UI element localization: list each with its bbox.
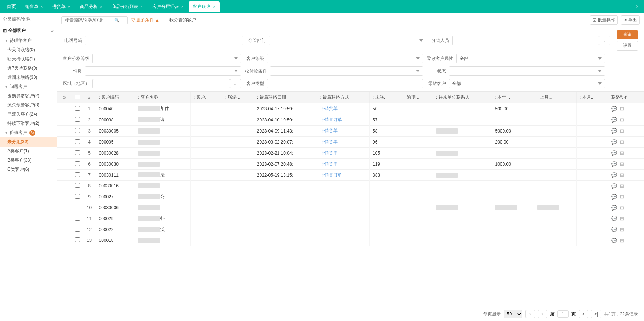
filter-dept-select[interactable] bbox=[269, 36, 427, 45]
tab-customer-tier[interactable]: 客户分层经营 × bbox=[148, 1, 188, 12]
message-icon[interactable]: 💬 bbox=[611, 183, 617, 189]
filter-manager-input[interactable] bbox=[452, 36, 599, 45]
row-checkbox[interactable] bbox=[75, 216, 80, 221]
filter-price-level-select[interactable] bbox=[92, 54, 241, 63]
last-method-link[interactable]: 下销货单 bbox=[320, 161, 338, 166]
row-checkbox[interactable] bbox=[75, 183, 80, 188]
sidebar-group-value[interactable]: ▼ 价值客户 ↻ bbox=[0, 128, 57, 137]
tab-purchase[interactable]: 进货单 × bbox=[48, 1, 74, 12]
tab-analysis-list[interactable]: 商品分析列表 × bbox=[107, 1, 147, 12]
query-button[interactable]: 查询 bbox=[617, 30, 638, 39]
message-icon[interactable]: 💬 bbox=[611, 106, 617, 112]
sidebar-group-problem[interactable]: ▼ 问题客户 bbox=[0, 82, 57, 91]
last-method-link[interactable]: 下销售订单 bbox=[320, 117, 342, 122]
message-icon[interactable]: 💬 bbox=[611, 128, 617, 134]
message-icon[interactable]: 💬 bbox=[611, 150, 617, 156]
grid-action-icon[interactable]: ⊞ bbox=[620, 172, 624, 178]
sidebar-item-overdue[interactable]: 逾期未联络(30) bbox=[0, 73, 57, 82]
tab-purchase-close[interactable]: × bbox=[68, 4, 70, 9]
last-method-link[interactable]: 下销货单 bbox=[320, 106, 338, 111]
row-checkbox[interactable] bbox=[75, 150, 80, 155]
grid-action-icon[interactable]: ⊞ bbox=[620, 216, 624, 221]
filter-manager-more-btn[interactable]: … bbox=[599, 36, 610, 45]
row-checkbox[interactable] bbox=[75, 106, 80, 111]
row-checkbox[interactable] bbox=[75, 194, 80, 199]
message-icon[interactable]: 💬 bbox=[611, 139, 617, 145]
sidebar-all-customers[interactable]: ⊞ 全部客户 « bbox=[0, 25, 57, 36]
more-conditions-btn[interactable]: ▽ 更多条件 ▲ bbox=[131, 17, 159, 23]
sidebar-item-week[interactable]: 近7天待联络(0) bbox=[0, 64, 57, 73]
last-method-link[interactable]: 下销售订单 bbox=[320, 172, 342, 177]
sidebar-item-class-a[interactable]: A类客户(1) bbox=[0, 147, 57, 156]
message-icon[interactable]: 💬 bbox=[611, 216, 617, 221]
sidebar-item-class-b[interactable]: B类客户(33) bbox=[0, 156, 57, 165]
last-method-link[interactable]: 下销货单 bbox=[320, 150, 338, 155]
tab-analysis-close[interactable]: × bbox=[100, 4, 102, 9]
filter-region-more-btn[interactable]: … bbox=[230, 79, 241, 88]
last-method-link[interactable]: 下销货单 bbox=[320, 128, 338, 133]
grid-action-icon[interactable]: ⊞ bbox=[620, 194, 624, 200]
row-checkbox[interactable] bbox=[75, 117, 80, 122]
tab-customer-contact[interactable]: 客户联络 × bbox=[189, 1, 219, 12]
message-icon[interactable]: 💬 bbox=[611, 172, 617, 178]
grid-action-icon[interactable]: ⊞ bbox=[620, 183, 624, 189]
sidebar-item-declining[interactable]: 持续下滑客户(2) bbox=[0, 119, 57, 128]
grid-action-icon[interactable]: ⊞ bbox=[620, 139, 624, 145]
sidebar-item-class-c[interactable]: C类客户(6) bbox=[0, 165, 57, 174]
row-checkbox[interactable] bbox=[75, 227, 80, 232]
row-checkbox[interactable] bbox=[75, 237, 80, 242]
first-page-button[interactable]: K bbox=[525, 310, 535, 318]
tab-sales-close[interactable]: × bbox=[41, 4, 43, 9]
grid-action-icon[interactable]: ⊞ bbox=[620, 106, 624, 112]
filter-retail-select[interactable]: 全部 bbox=[449, 79, 605, 88]
sidebar-search-input[interactable] bbox=[3, 17, 57, 22]
message-icon[interactable]: 💬 bbox=[611, 161, 617, 167]
home-tab[interactable]: 首页 bbox=[3, 3, 20, 10]
batch-op-button[interactable]: ☑ 批量操作 bbox=[590, 15, 618, 25]
filter-phone-input[interactable] bbox=[85, 36, 243, 45]
message-icon[interactable]: 💬 bbox=[611, 205, 617, 211]
collapse-icon[interactable]: « bbox=[51, 28, 54, 34]
row-checkbox[interactable] bbox=[75, 128, 80, 133]
row-checkbox[interactable] bbox=[75, 205, 80, 209]
message-icon[interactable]: 💬 bbox=[611, 227, 617, 232]
my-customers-checkbox[interactable] bbox=[163, 18, 168, 22]
filter-customer-level-select[interactable] bbox=[267, 54, 423, 63]
tab-analysis[interactable]: 商品分析 × bbox=[75, 1, 106, 12]
message-icon[interactable]: 💬 bbox=[611, 194, 617, 200]
filter-nature-select[interactable] bbox=[85, 66, 241, 76]
tab-sales[interactable]: 销售单 × bbox=[21, 1, 47, 12]
filter-retail-attr-select[interactable]: 全部 bbox=[456, 54, 605, 63]
next-page-button[interactable]: > bbox=[579, 310, 588, 318]
gear-icon[interactable]: ⚙ bbox=[62, 95, 66, 100]
sidebar-item-abnormal[interactable]: 囤购异常客户(2) bbox=[0, 91, 57, 100]
page-number-input[interactable] bbox=[557, 310, 569, 318]
message-icon[interactable]: 💬 bbox=[611, 238, 617, 243]
reset-button[interactable]: 设置 bbox=[617, 41, 638, 51]
sidebar-item-churning[interactable]: 流失预警客户(3) bbox=[0, 100, 57, 110]
grid-action-icon[interactable]: ⊞ bbox=[620, 238, 624, 243]
close-all-button[interactable]: × bbox=[633, 3, 641, 10]
sidebar-item-tomorrow[interactable]: 明天待联络(1) bbox=[0, 54, 57, 64]
select-all-checkbox[interactable] bbox=[75, 95, 80, 99]
row-checkbox[interactable] bbox=[75, 172, 80, 177]
message-icon[interactable]: 💬 bbox=[611, 117, 617, 123]
refresh-icon[interactable]: ↻ bbox=[29, 130, 35, 136]
sidebar-item-today[interactable]: 今天待联络(0) bbox=[0, 45, 57, 54]
page-size-select[interactable]: 50 100 200 bbox=[504, 310, 522, 318]
prev-page-button[interactable]: < bbox=[538, 310, 547, 318]
grid-action-icon[interactable]: ⊞ bbox=[620, 117, 624, 123]
filter-payment-select[interactable] bbox=[270, 66, 423, 76]
row-checkbox[interactable] bbox=[75, 161, 80, 166]
row-checkbox[interactable] bbox=[75, 139, 80, 144]
grid-action-icon[interactable]: ⊞ bbox=[620, 128, 624, 134]
grid-action-icon[interactable]: ⊞ bbox=[620, 161, 624, 167]
last-method-link[interactable]: 下销货单 bbox=[320, 139, 338, 144]
export-button[interactable]: ↗ 导出 bbox=[621, 15, 640, 25]
sidebar-group-pending[interactable]: ▼ 待联络客户 bbox=[0, 36, 57, 45]
last-page-button[interactable]: >| bbox=[591, 310, 601, 318]
th-settings[interactable]: ⚙ bbox=[57, 92, 72, 103]
tab-customer-tier-close[interactable]: × bbox=[181, 4, 183, 9]
tab-analysis-list-close[interactable]: × bbox=[140, 4, 142, 9]
grid-action-icon[interactable]: ⊞ bbox=[620, 150, 624, 156]
